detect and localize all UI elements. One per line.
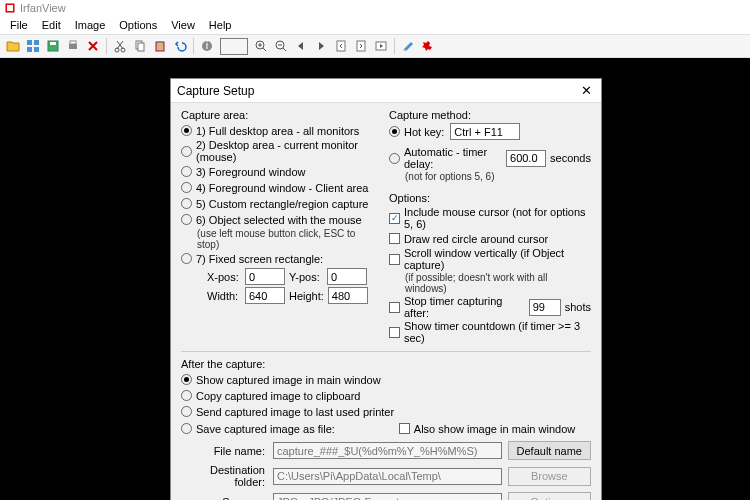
height-input[interactable] [328,287,368,304]
radio-custom-rect[interactable]: 5) Custom rectangle/region capture [181,196,379,211]
xpos-input[interactable] [245,268,285,285]
svg-rect-2 [27,40,32,45]
menu-file[interactable]: File [4,17,34,33]
capture-setup-dialog: Capture Setup ✕ Capture area: 1) Full de… [170,78,602,500]
radio-icon [389,153,400,164]
menu-image[interactable]: Image [69,17,112,33]
svg-rect-14 [156,42,164,51]
radio-foreground-client[interactable]: 4) Foreground window - Client area [181,180,379,195]
timer-delay-input[interactable] [506,150,546,167]
scroll-hint: (if possible; doesn't work with all wind… [405,272,591,294]
radio-icon [181,423,192,434]
svg-rect-21 [357,41,365,51]
svg-rect-1 [7,5,13,11]
chk-include-cursor[interactable]: Include mouse cursor (not for options 5,… [389,206,591,230]
info-icon[interactable]: i [198,37,216,55]
cut-icon[interactable] [111,37,129,55]
titlebar: IrfanView [0,0,750,16]
chk-scroll-window[interactable]: Scroll window vertically (if Object capt… [389,247,591,271]
radio-show-main[interactable]: Show captured image in main window [181,372,591,387]
radio-copy-clipboard[interactable]: Copy captured image to clipboard [181,388,591,403]
filename-label: File name: [181,445,267,457]
checkbox-icon [389,327,400,338]
radio-full-desktop[interactable]: 1) Full desktop area - all monitors [181,123,379,138]
menu-help[interactable]: Help [203,17,238,33]
menu-view[interactable]: View [165,17,201,33]
auto-hint: (not for options 5, 6) [405,171,591,182]
zoom-out-icon[interactable] [272,37,290,55]
prev-page-icon[interactable] [332,37,350,55]
ypos-input[interactable] [327,268,367,285]
delete-icon[interactable] [84,37,102,55]
radio-fixed-rect[interactable]: 7) Fixed screen rectangle: [181,251,379,266]
format-options-button[interactable]: Options [508,492,591,500]
menu-options[interactable]: Options [113,17,163,33]
radio-send-printer[interactable]: Send captured image to last used printer [181,404,591,419]
radio-icon [181,198,192,209]
radio-icon [181,125,192,136]
open-icon[interactable] [4,37,22,55]
about-icon[interactable] [419,37,437,55]
print-icon[interactable] [64,37,82,55]
radio-save-file[interactable]: Save captured image as file: Also show i… [181,420,591,437]
shots-input[interactable] [529,299,561,316]
browse-button[interactable]: Browse [508,467,591,486]
radio-icon [181,214,192,225]
next-page-icon[interactable] [352,37,370,55]
saveas-select[interactable] [273,493,502,500]
zoom-input[interactable] [220,38,248,55]
close-button[interactable]: ✕ [577,82,595,100]
hotkey-input[interactable] [450,123,520,140]
svg-rect-4 [27,47,32,52]
separator [394,38,395,54]
menubar: File Edit Image Options View Help [0,16,750,34]
ypos-label: Y-pos: [289,271,323,283]
prev-icon[interactable] [292,37,310,55]
radio-icon [181,166,192,177]
svg-rect-13 [138,43,144,51]
svg-rect-5 [34,47,39,52]
radio-object-mouse[interactable]: 6) Object selected with the mouse [181,212,379,227]
paste-icon[interactable] [151,37,169,55]
separator [181,351,591,352]
chk-stop-timer[interactable]: Stop timer capturing after: shots [389,295,591,319]
save-icon[interactable] [44,37,62,55]
saveas-label: Save as: [181,496,267,501]
chk-countdown[interactable]: Show timer countdown (if timer >= 3 sec) [389,320,591,344]
svg-rect-20 [337,41,345,51]
dest-input[interactable] [273,468,502,485]
next-icon[interactable] [312,37,330,55]
slideshow-icon[interactable] [372,37,390,55]
radio-current-monitor[interactable]: 2) Desktop area - current monitor (mouse… [181,139,379,163]
svg-rect-9 [70,41,76,44]
width-label: Width: [207,290,241,302]
checkbox-icon [399,423,410,434]
radio-foreground-window[interactable]: 3) Foreground window [181,164,379,179]
capture-area-label: Capture area: [181,109,379,121]
default-name-button[interactable]: Default name [508,441,591,460]
settings-icon[interactable] [399,37,417,55]
zoom-in-icon[interactable] [252,37,270,55]
separator [193,38,194,54]
dest-label: Destination folder: [181,464,267,488]
options-label: Options: [389,192,591,204]
thumbnails-icon[interactable] [24,37,42,55]
radio-automatic[interactable]: Automatic - timer delay: seconds [389,146,591,170]
menu-edit[interactable]: Edit [36,17,67,33]
opt6-hint: (use left mouse button click, ESC to sto… [197,228,379,250]
radio-icon [389,126,400,137]
checkbox-icon [389,213,400,224]
svg-rect-3 [34,40,39,45]
radio-hotkey[interactable]: Hot key: [389,123,591,140]
chk-also-show[interactable]: Also show image in main window [399,421,575,436]
width-input[interactable] [245,287,285,304]
after-capture-label: After the capture: [181,358,591,370]
copy-icon[interactable] [131,37,149,55]
chk-red-circle[interactable]: Draw red circle around cursor [389,231,591,246]
filename-input[interactable] [273,442,502,459]
checkbox-icon [389,233,400,244]
radio-icon [181,390,192,401]
undo-icon[interactable] [171,37,189,55]
app-icon [4,2,16,14]
radio-icon [181,182,192,193]
